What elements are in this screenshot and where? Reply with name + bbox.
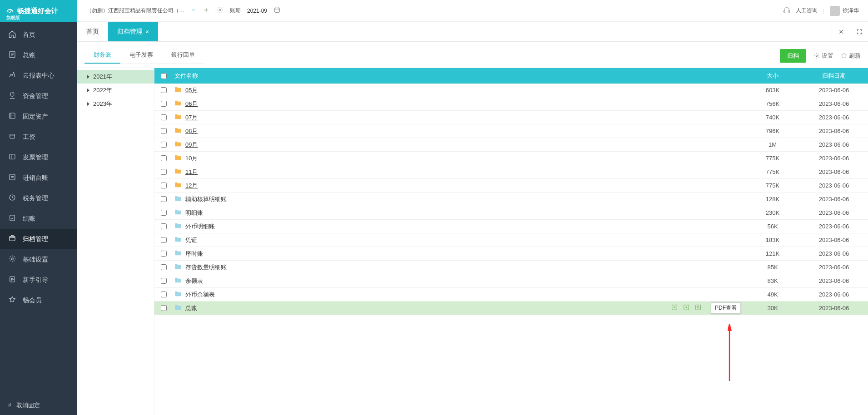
row-checkbox[interactable] (161, 155, 167, 161)
sidebar-item-1[interactable]: 总账 (0, 45, 77, 65)
pdf-view-icon[interactable] (694, 304, 702, 312)
consult-label[interactable]: 人工咨询 (796, 7, 818, 15)
sidebar-unpin[interactable]: 取消固定 (0, 396, 77, 415)
sidebar-icon (8, 214, 16, 223)
sidebar-icon (8, 112, 16, 121)
table-row[interactable]: 辅助核算明细账 128K 2023-06-06 (154, 193, 868, 206)
row-checkbox[interactable] (161, 196, 167, 202)
pdf-icon[interactable] (683, 304, 690, 312)
sidebar-item-13[interactable]: 畅会员 (0, 290, 77, 311)
file-name[interactable]: 08月 (185, 127, 198, 135)
folder-blue-icon (174, 304, 182, 312)
refresh-button[interactable]: 刷新 (841, 52, 861, 60)
add-icon[interactable] (203, 6, 210, 15)
sidebar-item-9[interactable]: 结账 (0, 208, 77, 229)
sidebar-icon (8, 71, 16, 80)
row-checkbox[interactable] (161, 223, 167, 229)
year-item[interactable]: 2022年 (77, 84, 154, 97)
table-row[interactable]: 06月 756K 2023-06-06 (154, 97, 868, 111)
row-checkbox[interactable] (161, 305, 167, 311)
sidebar-item-10[interactable]: 归档管理 (0, 229, 77, 249)
sidebar-item-label: 首页 (23, 31, 35, 39)
folder-yellow-icon (174, 141, 182, 148)
company-caret-icon[interactable] (191, 7, 196, 14)
row-checkbox[interactable] (161, 291, 167, 297)
file-size: 85K (741, 264, 804, 271)
archive-button[interactable]: 归档 (780, 49, 806, 63)
subtab-finance-label: 财务账 (94, 51, 111, 58)
sidebar-item-11[interactable]: 基础设置 (0, 249, 77, 270)
subtab-einvoice[interactable]: 电子发票 (120, 47, 162, 64)
row-checkbox[interactable] (161, 114, 167, 120)
header-size: 大小 (741, 72, 804, 80)
tab-home[interactable]: 首页 (77, 22, 108, 41)
svg-point-8 (11, 258, 14, 260)
sidebar-item-6[interactable]: 发票管理 (0, 147, 77, 168)
row-checkbox[interactable] (161, 210, 167, 216)
sidebar-item-2[interactable]: 云报表中心 (0, 65, 77, 86)
row-checkbox[interactable] (161, 169, 167, 175)
table-row[interactable]: 05月 603K 2023-06-06 (154, 84, 868, 97)
sidebar-item-0[interactable]: 首页 (0, 25, 77, 45)
sidebar-item-7[interactable]: 进销台账 (0, 168, 77, 188)
company-selector[interactable]: （勿删）江西服宝精品有限责任公司（… (86, 7, 184, 15)
table-row[interactable]: 外币余额表 49K 2023-06-06 (154, 288, 868, 301)
file-name[interactable]: 09月 (185, 141, 198, 149)
gear-icon[interactable] (216, 6, 223, 15)
sidebar-item-label: 新手引导 (23, 276, 48, 284)
user-menu[interactable]: 徐泽华 (830, 6, 859, 16)
table-row[interactable]: 07月 740K 2023-06-06 (154, 111, 868, 124)
headset-icon[interactable] (783, 6, 790, 15)
table-row[interactable]: 11月 775K 2023-06-06 (154, 165, 868, 179)
table-row[interactable]: 09月 1M 2023-06-06 (154, 138, 868, 152)
tab-archive[interactable]: 归档管理 × (108, 22, 158, 41)
year-item[interactable]: 2023年 (77, 97, 154, 111)
table-row[interactable]: 存货数量明细账 85K 2023-06-06 (154, 261, 868, 274)
topbar: （勿删）江西服宝精品有限责任公司（… 账期 2021-09 人工咨询 | 徐泽华 (77, 0, 868, 22)
table-row[interactable]: 凭证 183K 2023-06-06 (154, 233, 868, 247)
file-name[interactable]: 11月 (185, 168, 198, 176)
sidebar-item-12[interactable]: 新手引导 (0, 270, 77, 290)
table-row[interactable]: 12月 775K 2023-06-06 (154, 179, 868, 193)
download-icon[interactable] (671, 304, 678, 312)
sidebar-item-4[interactable]: 固定资产 (0, 106, 77, 127)
file-name[interactable]: 07月 (185, 114, 198, 122)
select-all-checkbox[interactable] (161, 73, 167, 79)
year-item[interactable]: 2021年 (77, 70, 154, 84)
table-row[interactable]: 余额表 83K 2023-06-06 (154, 274, 868, 288)
file-name[interactable]: 12月 (185, 182, 198, 190)
row-checkbox[interactable] (161, 237, 167, 243)
settings-button[interactable]: 设置 (813, 52, 833, 60)
folder-blue-icon (174, 263, 182, 271)
file-size: 775K (741, 168, 804, 175)
row-checkbox[interactable] (161, 128, 167, 134)
subtab-finance[interactable]: 财务账 (84, 47, 120, 64)
table-row[interactable]: 总账 PDF查看 30K 2023-06-06 (154, 301, 868, 315)
subtab-bank[interactable]: 银行回单 (162, 47, 204, 64)
table-row[interactable]: 明细账 230K 2023-06-06 (154, 206, 868, 220)
table-row[interactable]: 08月 796K 2023-06-06 (154, 124, 868, 138)
row-checkbox[interactable] (161, 101, 167, 107)
row-checkbox[interactable] (161, 183, 167, 188)
file-date: 2023-06-06 (804, 168, 868, 175)
tab-close-icon[interactable]: × (145, 28, 149, 35)
row-checkbox[interactable] (161, 142, 167, 148)
row-checkbox[interactable] (161, 87, 167, 93)
calendar-icon[interactable] (273, 6, 281, 15)
sidebar-item-8[interactable]: 税务管理 (0, 188, 77, 208)
sidebar-item-5[interactable]: 工资 (0, 127, 77, 147)
period-value[interactable]: 2021-09 (247, 8, 267, 14)
row-checkbox[interactable] (161, 278, 167, 284)
row-checkbox[interactable] (161, 264, 167, 270)
file-name[interactable]: 05月 (185, 86, 198, 94)
toolbar: 财务账 电子发票 银行回单 归档 设置 刷新 (77, 47, 868, 68)
row-checkbox[interactable] (161, 251, 167, 257)
file-name[interactable]: 06月 (185, 100, 198, 108)
sidebar-item-3[interactable]: 资金管理 (0, 86, 77, 106)
file-name[interactable]: 10月 (185, 154, 198, 163)
fullscreen-icon[interactable] (850, 22, 868, 41)
table-row[interactable]: 外币明细账 56K 2023-06-06 (154, 220, 868, 233)
table-row[interactable]: 10月 775K 2023-06-06 (154, 152, 868, 165)
table-row[interactable]: 序时账 121K 2023-06-06 (154, 247, 868, 261)
close-all-tabs[interactable] (832, 22, 850, 41)
